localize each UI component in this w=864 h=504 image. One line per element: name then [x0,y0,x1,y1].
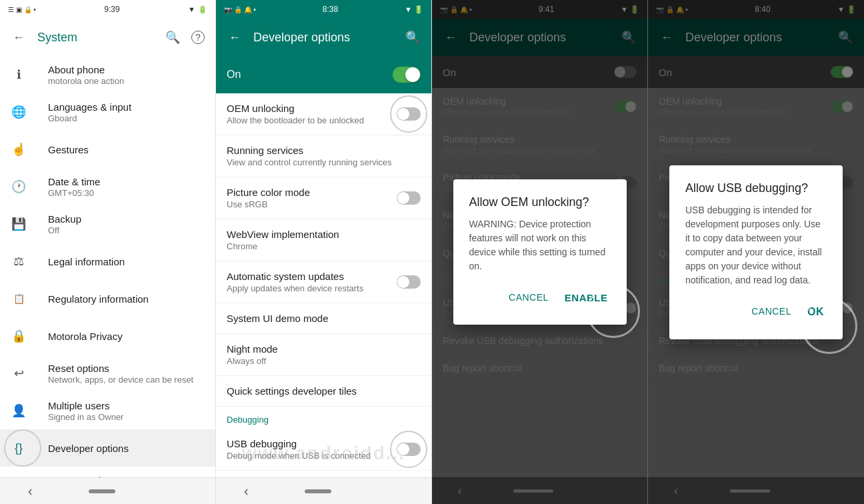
reset-icon: ↩ [11,365,27,381]
home-nav-2[interactable] [305,489,331,493]
sidebar-item-privacy[interactable]: 🔒 Motorola Privacy [0,317,215,355]
languages-title: Languages & input [48,101,205,113]
time-2: 8:38 [323,5,338,14]
night-mode-item[interactable]: Night mode Always off [216,334,431,376]
system-ui-item[interactable]: System UI demo mode [216,303,431,334]
panel-developer-oem-dialog: 📷 🔒 🔔 • 9:41 ▼ 🔋 ← Developer options 🔍 O… [432,0,648,504]
reset-subtitle: Network, apps, or device can be reset [48,375,205,385]
back-button-2[interactable]: ← [227,29,243,45]
legal-icon: ⚖ [11,253,27,269]
back-nav-2[interactable]: ‹ [244,483,249,499]
app-bar-2: ← Developer options 🔍 [216,19,431,56]
sidebar-item-regulatory[interactable]: 📋 Regulatory information [0,280,215,317]
auto-updates-toggle[interactable] [397,275,421,289]
night-mode-title: Night mode [227,343,421,355]
system-ui-title: System UI demo mode [227,313,421,324]
status-icons-left-2: 📷 🔒 🔔 • [224,6,256,13]
back-nav-1[interactable]: ‹ [28,483,33,499]
night-mode-subtitle: Always off [227,356,421,366]
status-bar-2: 📷 🔒 🔔 • 8:38 ▼ 🔋 [216,0,431,19]
backup-subtitle: Off [48,225,205,235]
running-services-subtitle: View and control currently running servi… [227,157,421,167]
sidebar-item-reset[interactable]: ↩ Reset options Network, apps, or device… [0,355,215,392]
wifi-icon-1: ▼ [188,5,195,13]
nav-bar-1: ‹ [0,477,215,504]
usb-debug-title: USB debugging [227,438,371,449]
search-button-2[interactable]: 🔍 [405,29,421,45]
usb-debug-toggle[interactable] [397,443,421,456]
oem-toggle[interactable] [397,107,421,121]
oem-dialog-actions: Cancel Enable [469,287,611,309]
nav-bar-2: ‹ [216,477,431,504]
about-icon: ℹ [11,67,27,83]
datetime-subtitle: GMT+05:30 [48,188,205,198]
oem-cancel-button[interactable]: Cancel [506,287,551,309]
oem-dialog-title: Allow OEM unlocking? [469,195,611,209]
search-button-1[interactable]: 🔍 [165,29,181,45]
battery-icon-1: 🔋 [198,5,207,14]
on-label-2: On [227,69,241,81]
datetime-title: Date & time [48,176,205,187]
usb-dialog-body: USB debugging is intended for developmen… [685,203,827,287]
oem-title: OEM unlocking [227,103,364,114]
oem-dialog-body: WARNING: Device protection features will… [469,217,611,273]
oem-subtitle: Allow the bootloader to be unlocked [227,115,364,125]
webview-subtitle: Chrome [227,241,421,251]
picture-color-title: Picture color mode [227,187,310,198]
toggle-thumb-2 [405,67,420,82]
revoke-usb-item[interactable]: Revoke USB debugging authorizations [216,471,431,477]
sidebar-item-updates[interactable]: 📱 System updates Updated to Android 9 [0,467,215,477]
picture-color-item[interactable]: Picture color mode Use sRGB [216,177,431,219]
usb-debug-item[interactable]: USB debugging Debug mode when USB is con… [216,429,431,471]
sidebar-item-datetime[interactable]: 🕐 Date & time GMT+05:30 [0,168,215,205]
sidebar-item-gestures[interactable]: ☝ Gestures [0,131,215,168]
regulatory-title: Regulatory information [48,293,205,305]
auto-updates-title: Automatic system updates [227,271,363,282]
sidebar-item-users[interactable]: 👤 Multiple users Signed in as Owner [0,392,215,429]
regulatory-icon: 📋 [11,291,27,307]
notification-icons-1: ☰ ▣ 🔒 • [8,6,36,13]
running-services-title: Running services [227,145,421,156]
status-icons-left-1: ☰ ▣ 🔒 • [8,6,36,13]
usb-dialog: Allow USB debugging? USB debugging is in… [669,165,843,339]
status-icons-right-2: ▼ 🔋 [405,5,423,14]
status-icons-right-1: ▼ 🔋 [188,5,207,14]
oem-unlocking-item[interactable]: OEM unlocking Allow the bootloader to be… [216,93,431,135]
oem-enable-button[interactable]: Enable [562,287,611,309]
sidebar-item-backup[interactable]: 💾 Backup Off [0,205,215,243]
users-subtitle: Signed in as Owner [48,412,205,422]
app-bar-1: ← System 🔍 ? [0,19,215,56]
panel-developer-options: 📷 🔒 🔔 • 8:38 ▼ 🔋 ← Developer options 🔍 O… [216,0,432,504]
webview-item[interactable]: WebView implementation Chrome [216,219,431,261]
on-header-2[interactable]: On [216,56,431,93]
usb-cancel-button[interactable]: Cancel [749,301,794,323]
usb-ok-button[interactable]: OK [805,301,827,323]
modal-overlay-4: Allow USB debugging? USB debugging is in… [648,0,864,504]
privacy-title: Motorola Privacy [48,331,205,342]
debugging-label: Debugging [216,407,431,429]
help-button-1[interactable]: ? [191,31,205,44]
auto-updates-subtitle: Apply updates when device restarts [227,283,363,293]
running-services-item[interactable]: Running services View and control curren… [216,135,431,177]
sidebar-item-developer[interactable]: {} Developer options [0,429,215,467]
sidebar-item-about[interactable]: ℹ About phone motorola one action [0,56,215,93]
developer-title: Developer options [48,443,205,454]
privacy-icon: 🔒 [11,328,27,344]
master-toggle-2[interactable] [393,67,421,83]
auto-updates-item[interactable]: Automatic system updates Apply updates w… [216,261,431,303]
webview-title: WebView implementation [227,229,421,240]
quick-settings-title: Quick settings developer tiles [227,385,421,397]
gestures-title: Gestures [48,144,205,155]
users-icon: 👤 [11,403,27,419]
quick-settings-item[interactable]: Quick settings developer tiles [216,376,431,407]
system-settings-list: ℹ About phone motorola one action 🌐 Lang… [0,56,215,477]
about-title: About phone [48,64,205,75]
picture-color-toggle[interactable] [397,191,421,205]
picture-color-subtitle: Use sRGB [227,199,310,209]
home-nav-1[interactable] [89,489,115,493]
sidebar-item-legal[interactable]: ⚖ Legal information [0,243,215,280]
app-title-2: Developer options [253,31,394,45]
sidebar-item-languages[interactable]: 🌐 Languages & input Gboard [0,93,215,131]
back-button-1[interactable]: ← [11,29,27,45]
oem-dialog: Allow OEM unlocking? WARNING: Device pro… [453,179,627,325]
